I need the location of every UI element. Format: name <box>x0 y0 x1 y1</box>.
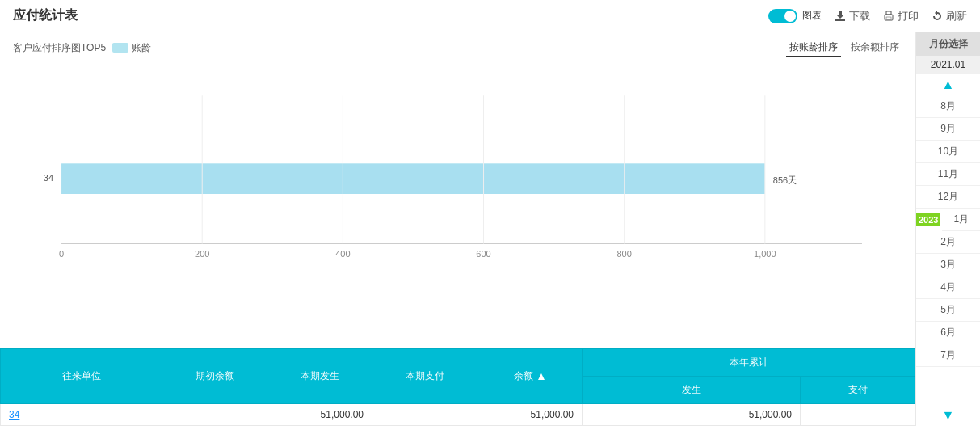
download-button[interactable]: 下载 <box>835 9 870 23</box>
bar-value-label: 856天 <box>773 175 797 185</box>
chart-toggle-wrapper: 图表 <box>768 9 822 23</box>
page-header: 应付统计表 图表 下载 打印 刷新 <box>0 0 980 32</box>
header-actions: 图表 下载 打印 刷新 <box>768 9 967 23</box>
download-icon <box>835 11 846 22</box>
main-area: 客户应付排序图TOP5 账龄 按账龄排序 按余额排序 <box>0 32 980 426</box>
th-ytd-group: 本年累计 <box>583 349 915 377</box>
nav-down-arrow[interactable]: ▼ <box>916 405 980 426</box>
nav-up-arrow[interactable]: ▲ <box>916 74 980 95</box>
legend-item-top5: 客户应付排序图TOP5 <box>13 41 106 55</box>
month-1[interactable]: 1月 <box>942 209 980 231</box>
refresh-label: 刷新 <box>946 9 967 23</box>
chart-toggle[interactable] <box>768 9 797 23</box>
data-table: 往来单位 期初余额 本期发生 本期支付 余额 本年累计 发生 <box>0 348 915 426</box>
sort-buttons: 按账龄排序 按余额排序 <box>786 39 902 57</box>
table-row: 34 51,000.00 51,000.00 51,000.00 <box>1 404 915 426</box>
bar-chart-svg: 34 856天 0 200 400 600 800 1,000 <box>13 70 902 296</box>
svg-rect-0 <box>835 19 845 21</box>
svg-text:600: 600 <box>476 248 490 258</box>
sort-by-balance-button[interactable]: 按账龄排序 <box>786 39 841 57</box>
td-balance: 51,000.00 <box>477 404 583 426</box>
current-year-display: 2021.01 <box>916 56 980 74</box>
sidebar-header: 月份选择 <box>916 32 980 56</box>
td-current-occurred: 51,000.00 <box>267 404 372 426</box>
svg-rect-3 <box>886 17 891 19</box>
th-balance: 余额 <box>477 349 583 404</box>
balance-sort-icon <box>537 373 545 381</box>
year-marker-row: 2023 1月 <box>916 209 980 231</box>
svg-text:0: 0 <box>59 248 64 258</box>
print-icon <box>883 11 894 22</box>
td-opening-balance <box>162 404 267 426</box>
sort-by-amount-button[interactable]: 按余额排序 <box>848 39 902 57</box>
month-8[interactable]: 8月 <box>916 95 980 118</box>
month-2[interactable]: 2月 <box>916 231 980 254</box>
page-title: 应付统计表 <box>13 7 78 24</box>
month-3[interactable]: 3月 <box>916 254 980 276</box>
month-6[interactable]: 6月 <box>916 322 980 344</box>
year-marker-badge: 2023 <box>916 213 940 226</box>
month-9[interactable]: 9月 <box>916 118 980 141</box>
print-label: 打印 <box>898 9 919 23</box>
bar-rect <box>61 163 765 194</box>
th-vendor: 往来单位 <box>1 349 162 404</box>
svg-text:200: 200 <box>195 248 209 258</box>
chart-legend: 客户应付排序图TOP5 账龄 <box>13 41 151 55</box>
month-list: 8月 9月 10月 11月 12月 2023 1月 2月 3月 4月 5月 6月… <box>916 95 980 405</box>
download-label: 下载 <box>849 9 870 23</box>
svg-rect-2 <box>886 11 891 15</box>
refresh-button[interactable]: 刷新 <box>932 9 967 23</box>
td-current-paid <box>372 404 477 426</box>
legend-aging-label: 账龄 <box>132 41 151 55</box>
refresh-icon <box>932 11 943 22</box>
table-section: 往来单位 期初余额 本期发生 本期支付 余额 本年累计 发生 <box>0 348 915 426</box>
th-current-paid: 本期支付 <box>372 349 477 404</box>
chart-area: 34 856天 0 200 400 600 800 1,000 <box>0 63 915 348</box>
svg-text:400: 400 <box>335 248 350 258</box>
th-opening-balance: 期初余额 <box>162 349 267 404</box>
th-ytd-occurred: 发生 <box>583 377 801 404</box>
legend-item-aging: 账龄 <box>112 41 151 55</box>
sidebar-nav: ▲ 8月 9月 10月 11月 12月 2023 1月 2月 3月 4月 5月 … <box>916 74 980 426</box>
chart-toggle-label: 图表 <box>802 9 822 23</box>
th-current-occurred: 本期发生 <box>267 349 372 404</box>
sidebar: 月份选择 2021.01 ▲ 8月 9月 10月 11月 12月 2023 1月… <box>915 32 980 426</box>
th-ytd-paid: 支付 <box>801 377 915 404</box>
month-10[interactable]: 10月 <box>916 141 980 163</box>
chart-section: 客户应付排序图TOP5 账龄 按账龄排序 按余额排序 <box>0 32 915 348</box>
td-vendor[interactable]: 34 <box>1 404 162 426</box>
td-ytd-paid <box>801 404 915 426</box>
content-wrapper: 客户应付排序图TOP5 账龄 按账龄排序 按余额排序 <box>0 32 915 426</box>
chart-header: 客户应付排序图TOP5 账龄 按账龄排序 按余额排序 <box>0 32 915 63</box>
month-7[interactable]: 7月 <box>916 344 980 367</box>
y-axis-label: 34 <box>44 172 54 182</box>
td-ytd-occurred: 51,000.00 <box>583 404 801 426</box>
month-11[interactable]: 11月 <box>916 163 980 186</box>
month-5[interactable]: 5月 <box>916 299 980 322</box>
legend-title-label: 客户应付排序图TOP5 <box>13 41 106 55</box>
svg-marker-15 <box>538 373 545 380</box>
legend-color-aging <box>112 43 128 53</box>
svg-text:1,000: 1,000 <box>754 248 776 258</box>
month-4[interactable]: 4月 <box>916 276 980 299</box>
print-button[interactable]: 打印 <box>883 9 919 23</box>
month-12[interactable]: 12月 <box>916 186 980 209</box>
svg-text:800: 800 <box>617 248 632 258</box>
